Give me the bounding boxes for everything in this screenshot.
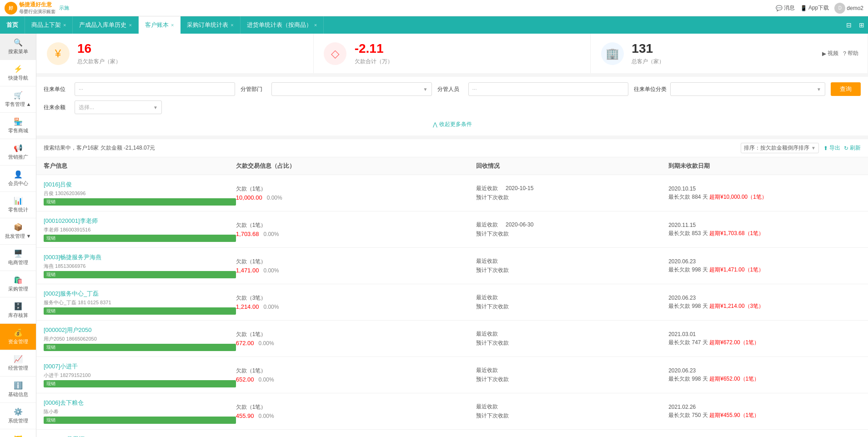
customer-name-1[interactable]: [0016]吕俊 xyxy=(44,181,236,189)
sidebar-marketing-label: 营销推广 xyxy=(8,154,28,161)
sidebar-item-quick-nav[interactable]: ⚡ 快捷导航 xyxy=(0,60,36,86)
collapse-filters-btn[interactable]: ⋀ 收起更多条件 xyxy=(44,119,861,130)
ecommerce-icon: 🖥️ xyxy=(14,249,23,258)
content-area: ¥ 16 总欠款客户（家） ◇ -2.11 欠款合计（万） xyxy=(36,34,868,437)
filter-person-label: 分管人员 xyxy=(437,85,465,93)
person-input[interactable]: ··· xyxy=(468,82,629,96)
filter-area: 往来单位 ··· 分管部门 ▼ 分管人员 ··· xyxy=(36,77,868,136)
sidebar-item-inventory[interactable]: 🗄️ 库存核算 xyxy=(0,297,36,324)
sidebar-item-enterprise-coop[interactable]: 🤝 企业协同 xyxy=(0,429,36,437)
last-collect-3: 最近收款 xyxy=(476,257,668,265)
sidebar-item-retail-stats[interactable]: 📊 零售统计 xyxy=(0,192,36,218)
debt-amount-1: 10,000.00 xyxy=(236,194,262,201)
close-icon[interactable]: × xyxy=(129,22,131,28)
stat-card-customers: ¥ 16 总欠款客户（家） xyxy=(36,34,314,73)
customer-name-7[interactable]: [0006]去下粮仓 xyxy=(44,399,236,407)
sidebar-item-ecommerce[interactable]: 🖥️ 电商管理 xyxy=(0,245,36,271)
video-btn[interactable]: ▶ 视频 xyxy=(822,50,838,57)
chevron-down-icon: ▼ xyxy=(811,146,816,151)
recovery-info-5: 最近收款 预计下次收款 xyxy=(476,330,668,347)
sidebar-item-ops-mgmt[interactable]: 📈 经营管理 xyxy=(0,350,36,377)
sidebar-item-retail-mall[interactable]: 🏪 零售商城 xyxy=(0,113,36,139)
tab-products-offline[interactable]: 商品上下架 × xyxy=(25,16,73,34)
customer-name-3[interactable]: [0003]畅捷服务尹海燕 xyxy=(44,253,236,261)
stat-value-debt: -2.11 xyxy=(355,41,393,56)
tab-product-history-label: 产成品入库单历史 xyxy=(79,21,126,29)
customer-phone-7: 陈小希 xyxy=(44,408,236,415)
export-btn[interactable]: ⬆ 导出 xyxy=(823,144,840,152)
building-icon: 🏢 xyxy=(601,42,624,65)
overdue-link-5[interactable]: 超期¥672.00（1笔） xyxy=(709,339,759,346)
overdue-days-4: 最长欠款 998 天 超期¥1,214.00（3笔） xyxy=(668,302,861,310)
sidebar-purchase-mgmt-label: 采购管理 xyxy=(8,286,28,292)
search-icon: 🔍 xyxy=(14,38,23,47)
tab-customer-account[interactable]: 客户账本 × xyxy=(139,16,181,34)
help-btn[interactable]: ? 帮助 xyxy=(843,50,858,57)
debt-amount-7: 455.90 xyxy=(236,412,254,419)
customer-name-2[interactable]: [0001020001]李老师 xyxy=(44,217,236,225)
sort-label: 排序：按欠款金额倒序排序 xyxy=(744,144,809,152)
sidebar-batch-mgmt-label: 批发管理 ▼ xyxy=(5,233,31,240)
tab-purchase-stats-label: 进货单统计表（按商品） xyxy=(247,21,312,29)
balance-select[interactable]: 选择... ▼ xyxy=(75,100,162,114)
dept-select[interactable]: ▼ xyxy=(271,82,432,96)
overdue-link-3[interactable]: 超期¥1,471.00（1笔） xyxy=(709,266,764,273)
stat-value-customers: 16 xyxy=(77,41,121,56)
debt-count-3: 欠款（1笔） xyxy=(236,258,477,266)
overdue-link-4[interactable]: 超期¥1,214.00（3笔） xyxy=(709,303,764,309)
basic-info-icon: ℹ️ xyxy=(14,381,23,390)
user-avatar[interactable]: D demo2 xyxy=(834,3,863,14)
app-download-btn[interactable]: 📱 App下载 xyxy=(800,4,829,12)
customer-name-8[interactable]: [000001]黄思源 xyxy=(44,435,236,437)
source-unit-input[interactable]: ··· xyxy=(75,82,235,96)
overdue-link-6[interactable]: 超期¥652.00（1笔） xyxy=(709,376,759,382)
customer-info-5: [000002]用户2050 用户2050 18665062050 现销 xyxy=(44,326,236,351)
close-icon[interactable]: × xyxy=(314,22,317,28)
sidebar-item-basic-info[interactable]: ℹ️ 基础信息 xyxy=(0,377,36,403)
top-bar-right: 💬 消息 📱 App下载 D demo2 xyxy=(776,3,863,14)
sidebar-item-system-mgmt[interactable]: ⚙️ 系统管理 xyxy=(0,403,36,429)
overdue-link-1[interactable]: 超期¥10,000.00（1笔） xyxy=(709,194,767,200)
tab-purchase-orders[interactable]: 采购订单统计表 × xyxy=(181,16,240,34)
debt-info-4: 欠款（3笔） 1,214.00 0.00% xyxy=(236,294,477,310)
customer-name-6[interactable]: [0007]小进干 xyxy=(44,362,236,371)
overdue-link-7[interactable]: 超期¥455.90（1笔） xyxy=(709,412,759,418)
sidebar-toggle[interactable]: 示施 xyxy=(59,5,69,11)
tabs-collapse-icon[interactable]: ⊟ xyxy=(843,21,855,29)
tab-purchase-stats[interactable]: 进货单统计表（按商品） × xyxy=(241,16,324,34)
recovery-info-7: 最近收款 预计下次收款 xyxy=(476,403,668,420)
sidebar-item-marketing[interactable]: 📢 营销推广 xyxy=(0,139,36,166)
sidebar-item-purchase-mgmt[interactable]: 🛍️ 采购管理 xyxy=(0,271,36,297)
marketing-icon: 📢 xyxy=(14,144,23,152)
query-button[interactable]: 查询 xyxy=(831,82,861,96)
sort-select[interactable]: 排序：按欠款金额倒序排序 ▼ xyxy=(741,143,819,153)
table-row: [0001020001]李老师 李老师 18600391516 现销 欠款（1笔… xyxy=(36,211,868,248)
refresh-btn[interactable]: ↻ 刷新 xyxy=(844,144,861,152)
close-icon[interactable]: × xyxy=(231,22,233,28)
sidebar-item-finance[interactable]: 💰 资金管理 xyxy=(0,324,36,350)
recovery-info-3: 最近收款 预计下次收款 xyxy=(476,257,668,274)
tab-product-history[interactable]: 产成品入库单历史 × xyxy=(73,16,138,34)
overdue-info-6: 2020.06.23 最长欠款 998 天 超期¥652.00（1笔） xyxy=(668,367,861,383)
overdue-link-2[interactable]: 超期¥1,703.68（1笔） xyxy=(709,230,764,236)
message-btn[interactable]: 💬 消息 xyxy=(776,4,795,12)
sidebar-item-member-center[interactable]: 👤 会员中心 xyxy=(0,166,36,192)
close-icon[interactable]: × xyxy=(171,22,174,28)
sidebar-item-retail-mgmt[interactable]: 🛒 零售管理 ▲ xyxy=(0,86,36,113)
unit-category-select[interactable]: ▼ xyxy=(670,82,825,96)
overdue-days-5: 最长欠款 747 天 超期¥672.00（1笔） xyxy=(668,339,861,347)
close-icon[interactable]: × xyxy=(63,22,66,28)
customer-name-4[interactable]: [0002]服务中心_丁磊 xyxy=(44,290,236,298)
stat-content-1: 16 总欠款客户（家） xyxy=(77,41,121,65)
tab-home[interactable]: 首页 xyxy=(0,16,25,34)
customer-name-5[interactable]: [000002]用户2050 xyxy=(44,326,236,334)
sidebar-item-search-menu[interactable]: 🔍 搜索菜单 xyxy=(0,34,36,60)
app-title: 畅捷通好生意 xyxy=(19,1,55,9)
main-layout: 🔍 搜索菜单 ⚡ 快捷导航 🛒 零售管理 ▲ 🏪 零售商城 📢 营销推广 👤 会… xyxy=(0,34,868,437)
table-row: [0007]小进干 小进干 18279152100 现销 欠款（1笔） 652.… xyxy=(36,357,868,393)
top-bar: 好 畅捷通好生意 母婴行业演示账套 示施 💬 消息 📱 App下载 D demo… xyxy=(0,0,868,16)
sidebar-item-batch-mgmt[interactable]: 📦 批发管理 ▼ xyxy=(0,218,36,245)
overdue-date-2: 2020.11.15 xyxy=(668,222,861,228)
top-bar-left: 好 畅捷通好生意 母婴行业演示账套 示施 xyxy=(5,1,69,15)
tabs-expand-icon[interactable]: ⊞ xyxy=(855,21,868,29)
